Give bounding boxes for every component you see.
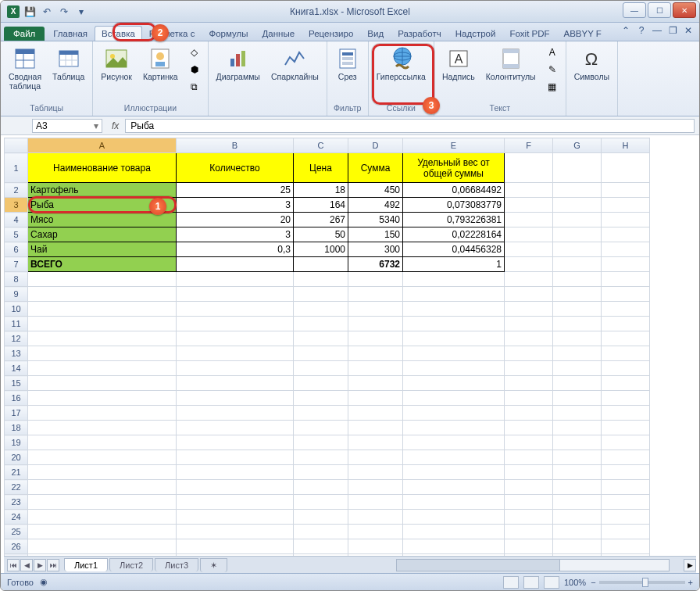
cell[interactable]: Чай [28, 242, 177, 257]
cell[interactable] [28, 465, 177, 480]
cell[interactable] [294, 465, 348, 480]
name-box[interactable]: A3▾ [32, 119, 102, 133]
cell[interactable] [602, 421, 650, 435]
row-header-1[interactable]: 1 [5, 153, 28, 183]
zoom-in-icon[interactable]: + [688, 578, 693, 587]
cell[interactable]: 1 [403, 257, 505, 272]
cell[interactable]: 0,04456328 [403, 242, 505, 257]
cell[interactable] [177, 272, 294, 287]
cell[interactable] [294, 406, 348, 421]
cell[interactable] [505, 302, 553, 317]
cell[interactable] [294, 435, 348, 450]
tab-insert[interactable]: Вставка [95, 26, 142, 41]
cell[interactable] [553, 465, 602, 480]
cell[interactable] [505, 421, 553, 435]
row-header-24[interactable]: 24 [5, 510, 28, 525]
cell[interactable] [294, 421, 348, 435]
cell[interactable] [294, 539, 348, 554]
cell[interactable]: Сахар [28, 227, 177, 242]
cell[interactable] [294, 376, 348, 391]
cell[interactable] [177, 421, 294, 435]
cell[interactable] [553, 421, 602, 435]
cell[interactable] [403, 331, 505, 346]
cell[interactable] [553, 480, 602, 495]
cell[interactable] [28, 495, 177, 510]
cell[interactable] [553, 153, 602, 183]
cell[interactable] [602, 480, 650, 495]
cell[interactable] [294, 257, 348, 272]
cell[interactable] [553, 346, 602, 361]
cell[interactable] [505, 331, 553, 346]
cell[interactable] [505, 391, 553, 406]
col-header-F[interactable]: F [505, 138, 553, 153]
cell[interactable]: 1000 [294, 242, 348, 257]
cell[interactable] [28, 435, 177, 450]
undo-icon[interactable]: ↶ [40, 5, 54, 19]
cell[interactable]: 0,073083779 [403, 198, 505, 213]
cell[interactable]: 267 [294, 213, 348, 227]
cell[interactable] [348, 421, 403, 435]
clipart-button[interactable]: Картинка [140, 45, 181, 84]
tab-abbyy[interactable]: ABBYY F [557, 26, 609, 41]
cell[interactable] [505, 242, 553, 257]
cell[interactable] [28, 272, 177, 287]
cell[interactable] [505, 480, 553, 495]
row-header-5[interactable]: 5 [5, 227, 28, 242]
cell[interactable] [553, 227, 602, 242]
cell[interactable] [348, 287, 403, 302]
row-header-12[interactable]: 12 [5, 331, 28, 346]
cell[interactable] [403, 376, 505, 391]
cell[interactable] [602, 227, 650, 242]
cell[interactable] [348, 376, 403, 391]
cell[interactable] [348, 346, 403, 361]
cell[interactable] [294, 361, 348, 376]
cell[interactable] [28, 361, 177, 376]
charts-button[interactable]: Диаграммы [213, 45, 263, 84]
row-header-11[interactable]: 11 [5, 317, 28, 331]
cell[interactable] [177, 376, 294, 391]
cell[interactable]: 0,06684492 [403, 183, 505, 198]
shapes-icon[interactable]: ◇ [186, 45, 203, 60]
cell[interactable]: 5340 [348, 213, 403, 227]
cell[interactable] [348, 272, 403, 287]
cell[interactable] [348, 391, 403, 406]
cell[interactable] [602, 450, 650, 465]
cell[interactable] [348, 525, 403, 539]
view-pagelayout-icon[interactable] [523, 576, 539, 589]
object-icon[interactable]: ▦ [544, 79, 561, 95]
cell[interactable] [348, 465, 403, 480]
screenshot-icon[interactable]: ⧉ [186, 79, 203, 95]
zoom-slider[interactable] [599, 581, 685, 584]
cell[interactable] [553, 539, 602, 554]
cell[interactable]: 0,3 [177, 242, 294, 257]
zoom-out-icon[interactable]: − [591, 578, 595, 587]
cell[interactable] [294, 317, 348, 331]
cell[interactable] [348, 510, 403, 525]
cell[interactable] [294, 331, 348, 346]
pivot-table-button[interactable]: Сводная таблица [5, 45, 45, 92]
row-header-16[interactable]: 16 [5, 391, 28, 406]
row-header-25[interactable]: 25 [5, 525, 28, 539]
symbols-button[interactable]: Ω Символы [571, 45, 612, 84]
row-header-21[interactable]: 21 [5, 465, 28, 480]
cell[interactable] [348, 480, 403, 495]
cell[interactable] [602, 495, 650, 510]
cell[interactable]: 150 [348, 227, 403, 242]
textbox-button[interactable]: A Надпись [439, 45, 478, 84]
sheet-tab-3[interactable]: Лист3 [155, 558, 198, 571]
cell[interactable]: ВСЕГО [28, 257, 177, 272]
row-header-19[interactable]: 19 [5, 435, 28, 450]
cell[interactable] [505, 406, 553, 421]
workbook-restore-icon[interactable]: ❐ [666, 25, 679, 36]
cell[interactable] [553, 435, 602, 450]
cell[interactable] [348, 495, 403, 510]
cell[interactable] [294, 495, 348, 510]
row-header-6[interactable]: 6 [5, 242, 28, 257]
cell[interactable] [294, 525, 348, 539]
row-header-8[interactable]: 8 [5, 272, 28, 287]
cell[interactable] [403, 361, 505, 376]
cell[interactable] [177, 287, 294, 302]
cell[interactable] [505, 213, 553, 227]
cell[interactable] [28, 480, 177, 495]
col-header-E[interactable]: E [403, 138, 505, 153]
